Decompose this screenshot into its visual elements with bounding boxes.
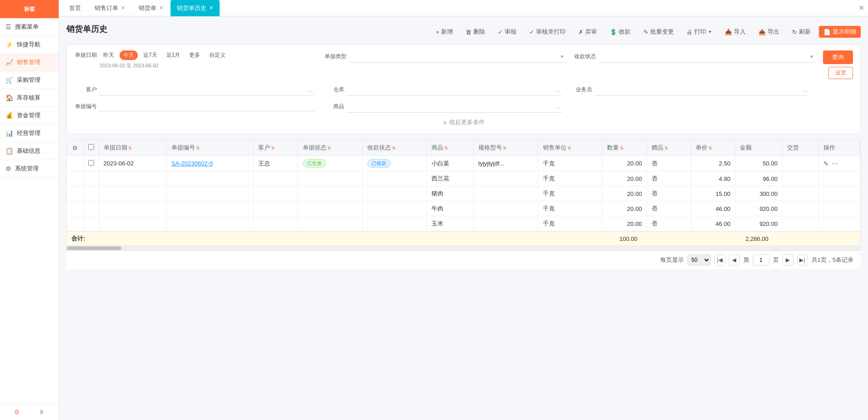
- prev-page-btn[interactable]: ◀: [729, 255, 740, 265]
- audit-button[interactable]: ✓ 审核: [493, 26, 521, 38]
- salesman-dots[interactable]: ...: [803, 86, 808, 93]
- th-spec-label: 规格型号: [478, 144, 502, 151]
- warehouse-dots[interactable]: ...: [555, 86, 560, 93]
- abandon-button[interactable]: ✗ 弃审: [574, 26, 602, 38]
- sidebar-item-base-info[interactable]: 📋 基础信息: [0, 142, 59, 160]
- doc-no-link[interactable]: SA-20230602-0: [171, 160, 213, 167]
- goods-input[interactable]: [349, 102, 555, 111]
- edit-action-icon[interactable]: ✎: [823, 160, 829, 167]
- td-checkbox[interactable]: [83, 186, 99, 201]
- customer-input[interactable]: [101, 85, 307, 94]
- td-doc-no[interactable]: SA-20230602-0: [166, 156, 253, 171]
- new-button[interactable]: + 新增: [431, 26, 457, 38]
- doc-type-input[interactable]: [351, 52, 558, 61]
- next-page-btn[interactable]: ▶: [783, 255, 793, 265]
- doc-no-filter: 单据编号: [74, 102, 314, 111]
- date-tab-custom[interactable]: 自定义: [206, 50, 229, 60]
- sidebar-bottom-icon1[interactable]: ⚙: [14, 409, 20, 415]
- td-doc-no[interactable]: [166, 186, 253, 201]
- sidebar-bottom-icon2[interactable]: ⏸: [39, 409, 45, 415]
- tab-sales-delivery[interactable]: 销货单 ✕: [132, 0, 170, 16]
- select-all-checkbox[interactable]: [88, 144, 94, 150]
- th-doc-no-label: 单据编号: [171, 144, 195, 151]
- show-detail-button[interactable]: 📄 显示明细: [819, 26, 861, 38]
- query-button[interactable]: 查询: [823, 50, 853, 64]
- refresh-button[interactable]: ↻ 刷新: [788, 26, 815, 38]
- th-sales-unit[interactable]: 销售单位⇅: [538, 140, 602, 156]
- first-page-btn[interactable]: |◀: [714, 255, 725, 265]
- td-checkbox[interactable]: [83, 171, 99, 186]
- tab-sales-order[interactable]: 销售订单 ✕: [88, 0, 131, 16]
- page-number-input[interactable]: [753, 255, 769, 265]
- sidebar-item-finance-mgmt[interactable]: 💰 资金管理: [0, 107, 59, 125]
- th-payment-status[interactable]: 收款状态⇅: [362, 140, 427, 156]
- date-tab-today[interactable]: 今天: [120, 50, 138, 60]
- tab-sales-history[interactable]: 销货单历史 ✕: [171, 0, 220, 16]
- payment-status-input[interactable]: [601, 52, 808, 61]
- salesman-input[interactable]: [597, 85, 803, 94]
- sidebar-item-ops-mgmt[interactable]: 📊 经营管理: [0, 125, 59, 142]
- horizontal-scrollbar[interactable]: [67, 245, 860, 250]
- page-content: 销货单历史 + 新增 🗑 删除 ✓ 审核 ✓ 审核并打印: [59, 16, 868, 420]
- setting-button[interactable]: 设置: [828, 67, 853, 79]
- goods-input-wrapper[interactable]: ...: [347, 100, 562, 113]
- th-unit-price[interactable]: 单价⇅: [691, 140, 735, 156]
- td-checkbox[interactable]: [83, 216, 99, 231]
- last-page-btn[interactable]: ▶|: [797, 255, 808, 265]
- th-customer[interactable]: 客户⇅: [254, 140, 298, 156]
- th-checkbox[interactable]: [83, 140, 99, 156]
- td-doc-no[interactable]: [166, 201, 253, 216]
- tab-sales-history-close[interactable]: ✕: [209, 5, 213, 11]
- td-checkbox[interactable]: [83, 156, 99, 171]
- salesman-input-wrapper[interactable]: ...: [595, 84, 809, 96]
- date-tab-7days[interactable]: 近7天: [140, 50, 161, 60]
- tab-sales-order-close[interactable]: ✕: [121, 5, 125, 11]
- row-checkbox[interactable]: [88, 160, 94, 166]
- th-gift[interactable]: 赠品⇅: [647, 140, 691, 156]
- batch-change-button[interactable]: ✎ 批量变更: [639, 26, 678, 38]
- audit-print-button[interactable]: ✓ 审核并打印: [525, 26, 570, 38]
- doc-no-input[interactable]: [100, 102, 314, 111]
- th-goods[interactable]: 商品⇅: [427, 140, 473, 156]
- sidebar-item-sales-mgmt[interactable]: 📈 销售管理: [0, 54, 59, 71]
- per-page-select[interactable]: 50 100 200: [687, 255, 711, 265]
- th-doc-no[interactable]: 单据编号⇅: [166, 140, 253, 156]
- h-scrollbar-thumb[interactable]: [67, 246, 121, 250]
- th-qty[interactable]: 数量⇅: [602, 140, 647, 156]
- import-button[interactable]: 📥 导入: [720, 26, 750, 38]
- sys-mgmt-icon: ⚙: [5, 165, 11, 172]
- sidebar-item-sys-mgmt[interactable]: ⚙ 系统管理: [0, 160, 59, 178]
- tab-bar-close-btn[interactable]: ✕: [858, 4, 864, 12]
- date-tab-more[interactable]: 更多: [186, 50, 204, 60]
- td-doc-no[interactable]: [166, 216, 253, 231]
- delete-button[interactable]: 🗑 删除: [461, 26, 490, 38]
- doc-type-input-wrapper[interactable]: ▼: [349, 50, 566, 63]
- td-doc-no[interactable]: [166, 171, 253, 186]
- collect-button[interactable]: 💲 收款: [605, 26, 635, 38]
- sidebar-item-quick-nav[interactable]: ⚡ 快捷导航: [0, 36, 59, 54]
- payment-status-input-wrapper[interactable]: ▼: [599, 50, 816, 63]
- warehouse-input[interactable]: [349, 85, 555, 94]
- customer-input-wrapper[interactable]: ...: [100, 84, 314, 96]
- print-button[interactable]: 🖨 打印 ▼: [682, 26, 717, 38]
- td-checkbox[interactable]: [83, 201, 99, 216]
- customer-dots[interactable]: ...: [307, 86, 312, 93]
- sidebar-item-search-menu[interactable]: ☰ 搜索菜单: [0, 18, 59, 36]
- sidebar-item-purchase-mgmt[interactable]: 🛒 采购管理: [0, 71, 59, 89]
- sidebar-item-stock-calc[interactable]: 🏠 库存核算: [0, 89, 59, 107]
- td-payment-status: [362, 201, 427, 216]
- collapse-btn[interactable]: ∧ 收起更多条件: [441, 116, 487, 128]
- date-tab-yesterday[interactable]: 昨天: [100, 50, 118, 60]
- tab-sales-delivery-close[interactable]: ✕: [159, 5, 163, 11]
- export-button[interactable]: 📤 导出: [754, 26, 784, 38]
- th-spec[interactable]: 规格型号⇅: [473, 140, 538, 156]
- th-doc-status[interactable]: 单据状态⇅: [298, 140, 362, 156]
- tab-home[interactable]: 首页: [63, 0, 87, 16]
- th-gear[interactable]: ⚙: [67, 140, 83, 156]
- goods-dots[interactable]: ...: [555, 103, 560, 110]
- date-tab-1month[interactable]: 近1月: [163, 50, 184, 60]
- warehouse-input-wrapper[interactable]: ...: [347, 84, 562, 96]
- th-amount[interactable]: 金额: [735, 140, 783, 156]
- more-action-icon[interactable]: ⋯: [832, 160, 838, 167]
- th-doc-date[interactable]: 单据日期⇅: [99, 140, 166, 156]
